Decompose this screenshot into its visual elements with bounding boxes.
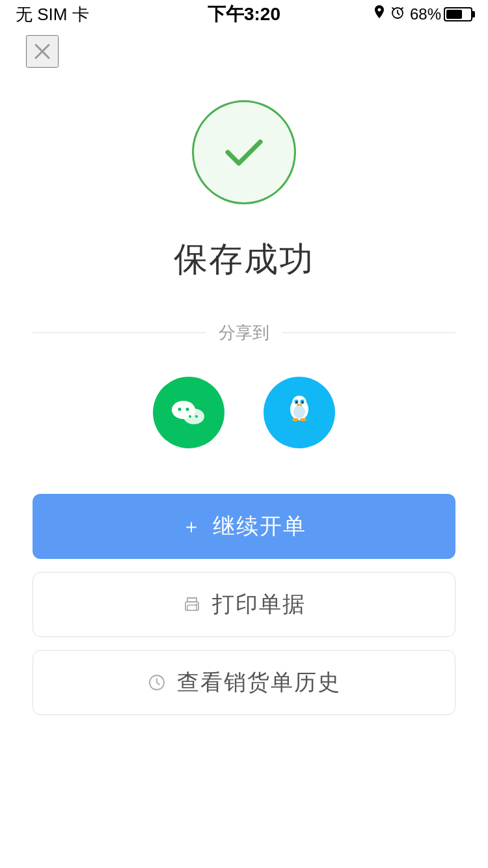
continue-label: 继续开单 bbox=[213, 511, 306, 541]
status-left: 无 SIM 卡 bbox=[16, 3, 94, 26]
battery-percentage: 68% bbox=[410, 5, 441, 23]
svg-point-16 bbox=[300, 418, 306, 422]
battery-icon bbox=[444, 7, 472, 21]
svg-rect-18 bbox=[187, 605, 197, 610]
svg-point-2 bbox=[183, 409, 204, 424]
close-button[interactable] bbox=[26, 35, 59, 68]
svg-point-5 bbox=[189, 415, 191, 418]
action-buttons: ＋ 继续开单 打印单据 查看销货单历史 bbox=[0, 494, 488, 715]
svg-point-15 bbox=[292, 418, 299, 422]
checkmark-icon bbox=[218, 126, 270, 178]
continue-button[interactable]: ＋ 继续开单 bbox=[33, 494, 455, 559]
main-content: 保存成功 分享到 bbox=[0, 29, 488, 715]
svg-point-3 bbox=[178, 408, 182, 411]
history-icon bbox=[147, 673, 167, 692]
share-icons bbox=[33, 377, 455, 448]
qq-share-button[interactable] bbox=[264, 377, 335, 448]
success-circle bbox=[192, 100, 296, 204]
svg-point-6 bbox=[195, 415, 198, 418]
carrier-text: 无 SIM 卡 bbox=[16, 3, 89, 26]
success-title: 保存成功 bbox=[174, 237, 314, 282]
print-label: 打印单据 bbox=[212, 590, 306, 619]
svg-point-19 bbox=[196, 604, 198, 606]
time-display: 下午3:20 bbox=[208, 2, 280, 27]
share-section: 分享到 bbox=[0, 321, 488, 448]
alarm-icon bbox=[390, 5, 405, 23]
plus-icon: ＋ bbox=[182, 513, 202, 540]
printer-icon bbox=[182, 595, 202, 614]
history-button[interactable]: 查看销货单历史 bbox=[33, 650, 455, 715]
history-label: 查看销货单历史 bbox=[177, 668, 341, 698]
wechat-share-button[interactable] bbox=[153, 377, 224, 448]
battery-container: 68% bbox=[410, 5, 472, 23]
status-right: 68% bbox=[373, 5, 472, 23]
svg-point-4 bbox=[186, 408, 189, 411]
print-button[interactable]: 打印单据 bbox=[33, 572, 455, 637]
divider-left bbox=[33, 332, 206, 333]
status-bar: 无 SIM 卡 下午3:20 68% bbox=[0, 0, 488, 29]
svg-point-11 bbox=[296, 401, 298, 403]
share-label: 分享到 bbox=[219, 321, 269, 344]
qq-icon bbox=[279, 392, 319, 433]
wechat-icon bbox=[169, 396, 208, 429]
svg-point-14 bbox=[293, 405, 305, 418]
location-icon bbox=[373, 5, 385, 23]
share-divider: 分享到 bbox=[33, 321, 455, 344]
svg-point-12 bbox=[302, 401, 304, 403]
battery-fill bbox=[446, 10, 462, 19]
divider-right bbox=[282, 332, 455, 333]
